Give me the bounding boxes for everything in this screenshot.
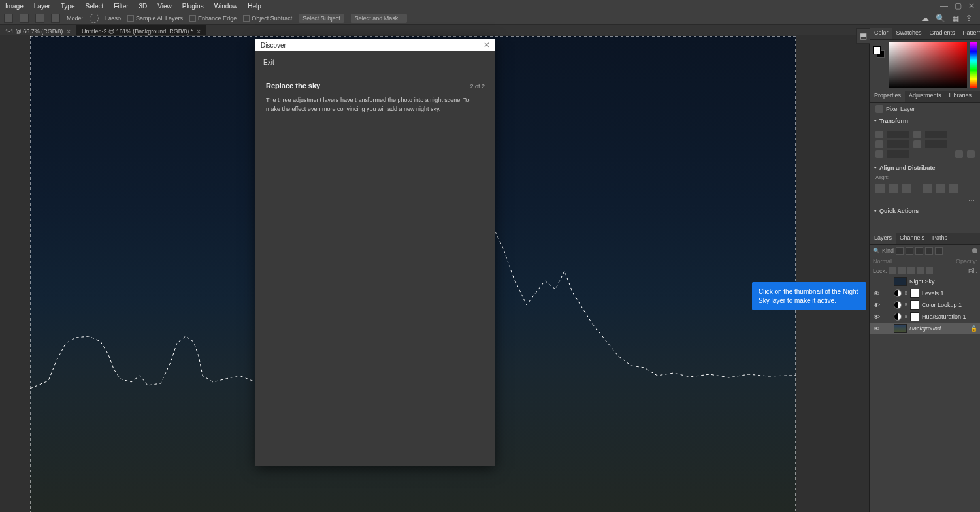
- align-right-icon[interactable]: [902, 184, 911, 193]
- lock-position-icon[interactable]: [898, 267, 906, 274]
- menu-3d[interactable]: 3D: [138, 1, 149, 11]
- filter-type-icon[interactable]: [915, 247, 923, 255]
- visibility-icon[interactable]: 👁: [873, 313, 881, 321]
- filter-smart-icon[interactable]: [935, 247, 943, 255]
- panel-tab-libraries[interactable]: Libraries: [945, 91, 976, 102]
- layer-mask-thumb[interactable]: [910, 312, 919, 321]
- flip-v-icon[interactable]: [967, 150, 975, 158]
- lock-icon[interactable]: 🔒: [970, 325, 977, 332]
- menu-image[interactable]: Image: [4, 1, 25, 11]
- lock-pixels-icon[interactable]: [907, 267, 915, 274]
- panel-tab-channels[interactable]: Channels: [896, 233, 928, 244]
- fg-bg-swatches[interactable]: [873, 42, 886, 88]
- layer-name[interactable]: Color Lookup 1: [922, 302, 962, 308]
- close-tab-icon[interactable]: ×: [197, 28, 201, 35]
- layer-name[interactable]: Night Sky: [909, 278, 935, 285]
- workspace-icon[interactable]: ▦: [952, 14, 959, 23]
- menu-help[interactable]: Help: [246, 1, 263, 11]
- height-input[interactable]: [887, 140, 909, 148]
- layer-row[interactable]: 👁𝟾Levels 1: [870, 287, 980, 299]
- fill-label[interactable]: Fill:: [968, 268, 977, 274]
- new-selection-icon[interactable]: [20, 14, 29, 23]
- align-top-icon[interactable]: [923, 184, 932, 193]
- cloud-icon[interactable]: ☁: [921, 14, 929, 23]
- filter-toggle-icon[interactable]: [972, 248, 977, 253]
- filter-adj-icon[interactable]: [906, 247, 913, 255]
- visibility-icon[interactable]: 👁: [873, 302, 881, 309]
- tutorial-text: The three adjustment layers have transfo…: [266, 96, 485, 114]
- layer-name[interactable]: Hue/Saturation 1: [922, 313, 966, 320]
- opacity-label[interactable]: Opacity:: [956, 258, 977, 264]
- align-bottom-icon[interactable]: [949, 184, 958, 193]
- x-input[interactable]: [925, 131, 947, 138]
- width-input[interactable]: [887, 131, 909, 138]
- enhance-edge-option[interactable]: Enhance Edge: [189, 15, 237, 22]
- panel-tab-gradients[interactable]: Gradients: [926, 28, 959, 39]
- layer-row[interactable]: 👁𝟾Hue/Saturation 1: [870, 311, 980, 323]
- minimize-icon[interactable]: —: [940, 1, 948, 10]
- blend-mode[interactable]: Normal: [873, 258, 892, 264]
- hue-strip[interactable]: [970, 42, 977, 88]
- menu-layer[interactable]: Layer: [33, 1, 52, 11]
- menu-select[interactable]: Select: [84, 1, 105, 11]
- tool-preset-icon[interactable]: [4, 14, 13, 23]
- lock-all-icon[interactable]: [889, 267, 896, 274]
- layer-name[interactable]: Levels 1: [922, 290, 944, 296]
- transform-section[interactable]: Transform: [870, 116, 980, 126]
- menu-type[interactable]: Type: [59, 1, 76, 11]
- flip-h-icon[interactable]: [955, 150, 963, 158]
- panel-tab-properties[interactable]: Properties: [870, 91, 905, 102]
- share-icon[interactable]: ⇪: [966, 14, 972, 23]
- discover-exit[interactable]: Exit: [255, 51, 495, 74]
- layer-row[interactable]: 👁Background🔒: [870, 323, 980, 334]
- align-left-icon[interactable]: [875, 184, 885, 193]
- layer-mask-thumb[interactable]: [910, 300, 919, 310]
- panel-tab-adjustments[interactable]: Adjustments: [905, 91, 945, 102]
- quick-actions-section[interactable]: Quick Actions: [870, 206, 980, 216]
- panel-tab-swatches[interactable]: Swatches: [892, 28, 926, 39]
- object-subtract-option[interactable]: Object Subtract: [243, 15, 292, 22]
- search-icon[interactable]: 🔍: [936, 14, 945, 23]
- select-and-mask-button[interactable]: Select and Mask...: [351, 14, 407, 23]
- menu-window[interactable]: Window: [213, 1, 239, 11]
- subtract-selection-icon[interactable]: [51, 14, 60, 23]
- close-icon[interactable]: ✕: [968, 1, 975, 10]
- y-input[interactable]: [925, 140, 947, 148]
- layer-thumb[interactable]: [894, 277, 907, 286]
- align-vcenter-icon[interactable]: [936, 184, 945, 193]
- layer-mask-thumb[interactable]: [910, 289, 919, 298]
- filter-shape-icon[interactable]: [925, 247, 933, 255]
- add-selection-icon[interactable]: [35, 14, 44, 23]
- layer-row[interactable]: 👁𝟾Color Lookup 1: [870, 299, 980, 311]
- close-tab-icon[interactable]: ×: [67, 28, 71, 35]
- color-picker[interactable]: [889, 42, 967, 88]
- layer-thumb[interactable]: [894, 324, 907, 333]
- close-icon[interactable]: ✕: [483, 40, 490, 50]
- layer-name[interactable]: Background: [909, 325, 941, 332]
- filter-pixel-icon[interactable]: [896, 247, 904, 255]
- collapsed-panel-icon[interactable]: ⬒: [856, 28, 870, 44]
- filter-kind[interactable]: Kind: [882, 248, 894, 254]
- align-section[interactable]: Align and Distribute: [870, 163, 980, 173]
- menu-view[interactable]: View: [156, 1, 173, 11]
- panel-tab-patterns[interactable]: Patterns: [959, 28, 980, 39]
- maximize-icon[interactable]: ▢: [955, 1, 962, 10]
- lock-artboard-icon[interactable]: [917, 267, 924, 274]
- tool-name[interactable]: Lasso: [105, 15, 121, 22]
- align-hcenter-icon[interactable]: [889, 184, 898, 193]
- visibility-icon[interactable]: 👁: [873, 325, 881, 332]
- panel-tab-paths[interactable]: Paths: [928, 233, 951, 244]
- foreground-swatch[interactable]: [873, 46, 881, 54]
- layer-row[interactable]: Night Sky: [870, 276, 980, 287]
- rotate-input[interactable]: [887, 150, 909, 158]
- select-subject-button[interactable]: Select Subject: [299, 14, 344, 23]
- menu-filter[interactable]: Filter: [112, 1, 129, 11]
- visibility-icon[interactable]: 👁: [873, 290, 881, 297]
- lock-transparent-icon[interactable]: [926, 267, 933, 274]
- sample-all-option[interactable]: Sample All Layers: [127, 15, 183, 22]
- panel-tab-color[interactable]: Color: [870, 28, 892, 39]
- width-icon: [875, 131, 883, 138]
- menu-plugins[interactable]: Plugins: [181, 1, 205, 11]
- align-more-icon[interactable]: ⋯: [870, 196, 980, 206]
- panel-tab-layers[interactable]: Layers: [870, 233, 896, 244]
